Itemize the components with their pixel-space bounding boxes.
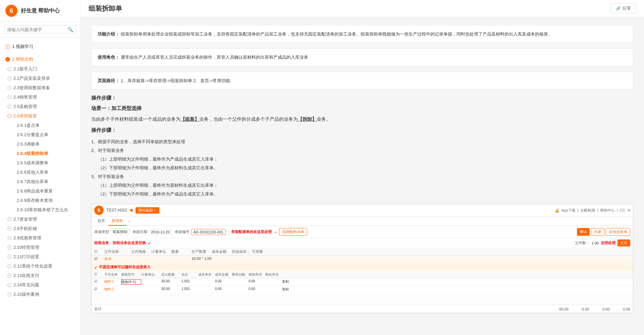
nav-sub-section-24: + 2.4销售管理: [0, 93, 80, 102]
ss-help-icon: 帮助中心: [600, 208, 615, 213]
sidebar-item-264[interactable]: 2.6.4组装拆卸单: [0, 149, 80, 158]
sidebar-label-28: 2.8手机旺铺: [13, 226, 37, 232]
sidebar-item-267[interactable]: 2.6.7其他出库单: [0, 177, 80, 186]
sidebar-item-269[interactable]: 2.6.9库存账本查询: [0, 196, 80, 205]
ss-lower-row-2: ☑ 物料 2 30.00 1.001 0.00 0.00 复制: [92, 286, 633, 293]
ss-count-label: 父件数：: [575, 240, 590, 245]
ss-code-input[interactable]: AD-20191226-001: [191, 229, 226, 235]
ss-lower-col-amt: 成本金额: [215, 272, 232, 277]
ss-upper-r1-check: ☑: [94, 257, 104, 262]
ss-process-btn[interactable]: 立采: [618, 239, 630, 246]
ss-lower-col-spec: 规格型号: [121, 272, 141, 277]
page-title: 组装拆卸单: [89, 4, 122, 13]
sidebar-item-265[interactable]: 2.6.5成本调整单: [0, 158, 80, 168]
sidebar-item-docs[interactable]: − 2.帮助文档: [0, 54, 80, 64]
ss-status-btn[interactable]: 预览截图一: [136, 207, 159, 214]
ss-select-bom-btn[interactable]: 选择配料清单: [279, 228, 307, 236]
step-3: 3、对于拆装业务: [91, 172, 633, 181]
ss-type-field: 单据类型 组装拆卸: [94, 228, 130, 235]
ss-void-btn[interactable]: 作废: [591, 228, 604, 236]
ss-code-label: 单据编号: [175, 229, 190, 234]
sub-items-26: 2.6.1盘点单 2.6.2分量盘点单 2.6.3调拨单 2.6.4组装拆卸单 …: [0, 121, 80, 215]
sidebar-item-2610[interactable]: 2.6.10库存账本错了怎么办: [0, 205, 80, 215]
ss-lower-col-alloc: 费用分配: [232, 272, 249, 277]
expand-icon-21: +: [7, 67, 11, 71]
ss-annotation1-area: 有装配清单的在这里处理 → 选择配料清单: [231, 228, 307, 236]
ss-code-field: 单据编号 AD-20191226-001: [175, 229, 226, 235]
sidebar-item-262[interactable]: 2.6.2分量盘点单: [0, 130, 80, 139]
step-2: 2、对于组装业务: [91, 146, 633, 155]
ss-separator1: |: [578, 208, 579, 212]
ss-lower-col-qty: 应出数量: [161, 272, 181, 277]
step-3-2: （2）下部明细为子件明细，最终作为产成品生成其它入库单。: [98, 190, 633, 199]
ss-upper-col-avail: 可用量: [252, 249, 272, 254]
sidebar-item-28[interactable]: + 2.8手机旺铺: [0, 224, 80, 233]
sidebar-item-261[interactable]: 2.6.1盘点单: [0, 121, 80, 130]
sidebar-label-211: 2.11打印设置: [13, 254, 39, 260]
sidebar-item-24[interactable]: + 2.4销售管理: [0, 93, 80, 102]
ss-logo-icon: 6: [94, 206, 104, 215]
sidebar-item-22[interactable]: + 2.2产品安装及登录: [0, 74, 80, 83]
ss-upper-r1-spec: [131, 257, 151, 262]
scenario1-heading: 场景一：加工类型选择: [91, 105, 633, 112]
ss-upper-col-action: [272, 249, 282, 254]
intro-block: 功能介绍： 组装拆卸单用来处理企业组装或拆卸等加工业务，支持有固定装配清单的产品…: [91, 25, 633, 43]
sidebar-item-video[interactable]: + 1.视频学习: [0, 42, 80, 52]
sidebar-item-210[interactable]: + 2.10经营管理: [0, 243, 80, 252]
sidebar-item-27[interactable]: + 2.7资金管理: [0, 215, 80, 224]
sidebar-label-212: 2.12系统个性化设置: [13, 263, 52, 269]
nav-sub-section-215: + 2.15操作案例: [0, 290, 80, 299]
ss-upper-col-qty: 数量: [171, 249, 192, 254]
sidebar-item-23[interactable]: + 2.3使用前数据准备: [0, 83, 80, 93]
ss-upper-col-prod: 生产数量: [192, 249, 212, 254]
step-1: 1、根据不同的业务，选择不同单据的类型来处理: [91, 137, 633, 146]
expand-icon-211: +: [7, 255, 11, 259]
ss-close-icon[interactable]: ✕: [627, 208, 630, 213]
sidebar-item-label: 2.帮助文档: [12, 56, 33, 62]
sidebar-item-26[interactable]: − 2.6库存核算: [0, 111, 80, 121]
search-input[interactable]: [7, 27, 67, 32]
sidebar-item-21[interactable]: + 2.1新手入门: [0, 64, 80, 74]
sidebar-item-213[interactable]: + 2.13在线支付: [0, 271, 80, 280]
sidebar-item-266[interactable]: 2.6.6其他入库单: [0, 168, 80, 177]
search-icon[interactable]: 🔍: [67, 27, 73, 32]
share-button[interactable]: 🔗 分享: [611, 3, 636, 13]
sidebar-label-213: 2.13在线支付: [13, 273, 39, 279]
sidebar-item-212[interactable]: + 2.12系统个性化设置: [0, 262, 80, 271]
ss-lower-col-actual: 实出: [181, 272, 198, 277]
ss-titlebar: 6 TEST-H002 预览截图一 🔔 App下载 | 台帐检测 | 帮助中心 …: [92, 204, 633, 217]
expand-icon-212: +: [7, 264, 11, 268]
ss-tab-add[interactable]: +: [126, 218, 132, 225]
ss-upper-col-name: 父件名称: [104, 249, 131, 254]
sidebar-label-24: 2.4销售管理: [13, 94, 37, 100]
ss-other-btn[interactable]: 其他业务单: [606, 228, 630, 236]
ss-lower-col-check: ☑: [94, 272, 104, 277]
ss-footer-actual: 0.00: [582, 307, 589, 311]
intro-label: 功能介绍：: [98, 32, 119, 37]
content-area: 功能介绍： 组装拆卸单用来处理企业组装或拆卸等加工业务，支持有固定装配清单的产品…: [80, 17, 644, 335]
sidebar-item-25[interactable]: + 2.5采购管理: [0, 102, 80, 111]
ss-date-label: 单据日期: [132, 229, 147, 234]
sidebar-label-21: 2.1新手入门: [13, 66, 37, 72]
sidebar-item-211[interactable]: + 2.11打印设置: [0, 252, 80, 262]
sidebar-item-215[interactable]: + 2.15操作案例: [0, 290, 80, 299]
sidebar-label-22: 2.2产品安装及登录: [13, 75, 50, 81]
logo-area: 6 好生意 帮助中心: [0, 0, 80, 22]
ss-confirm-btn[interactable]: 确认: [577, 228, 590, 236]
sidebar-item-29[interactable]: + 2.9优惠券管理: [0, 233, 80, 243]
expand-icon-215: +: [7, 292, 11, 296]
nav-sub-section-211: + 2.11打印设置: [0, 252, 80, 262]
ss-upper-col-cost: 成本金额: [212, 249, 232, 254]
ss-lower-row-4: [92, 295, 633, 298]
sidebar-item-214[interactable]: + 2.14常见问题: [0, 280, 80, 290]
ss-tab-new[interactable]: 新增单: [108, 217, 126, 226]
collapse-icon: −: [5, 57, 10, 62]
expand-icon-24: +: [7, 95, 11, 99]
ss-type-input[interactable]: 组装拆卸: [110, 228, 130, 235]
keyword-assembly: 【组装】: [180, 116, 199, 122]
screenshot-mockup: 6 TEST-H002 预览截图一 🔔 App下载 | 台帐检测 | 帮助中心 …: [91, 204, 633, 313]
ss-tab-home[interactable]: 自页: [94, 217, 108, 226]
sidebar-item-268[interactable]: 2.6.8商品成本重算: [0, 186, 80, 196]
ss-date-input[interactable]: 2019-12-20: [149, 229, 172, 235]
sidebar-item-263[interactable]: 2.6.3调拨单: [0, 139, 80, 149]
